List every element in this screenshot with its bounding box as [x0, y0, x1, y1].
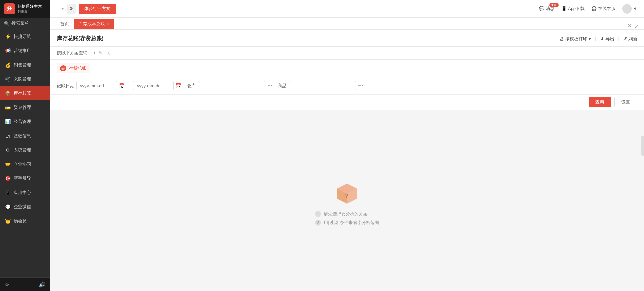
- scheme-content: 存 存货总账: [50, 60, 644, 77]
- warehouse-more-btn[interactable]: ···: [267, 82, 272, 89]
- page-title-row: 库存总账(存货总账) 🖨 按模板打印 ▾ | ⬇ 导出 | ↺: [57, 35, 637, 42]
- finance-label: 资金管理: [14, 104, 31, 111]
- footer-settings-icon[interactable]: ⚙: [5, 281, 9, 288]
- appcenter-label: 应用中心: [14, 190, 31, 196]
- sidebar-item-inventory[interactable]: 📦 库存核算: [0, 86, 50, 100]
- right-panel-indicator[interactable]: [641, 136, 644, 156]
- tab-home[interactable]: 首页: [55, 19, 74, 29]
- operations-label: 经营管理: [14, 119, 31, 125]
- scheme-add-btn[interactable]: +: [93, 50, 96, 56]
- export-btn[interactable]: ⬇ 导出: [600, 36, 614, 42]
- sidebar-item-marketing[interactable]: 📢 营销推广: [0, 44, 50, 58]
- quick-nav-label: 快捷导航: [14, 33, 31, 40]
- product-input[interactable]: [289, 81, 356, 90]
- message-icon: 💬: [539, 6, 544, 11]
- warehouse-input[interactable]: [198, 81, 265, 90]
- panel-close-btn[interactable]: ×: [628, 22, 631, 29]
- quick-nav-icon: ⚡: [5, 33, 11, 40]
- refresh-btn[interactable]: ↺ 刷新: [623, 36, 637, 42]
- query-btn[interactable]: 查询: [589, 97, 611, 107]
- date-start-input[interactable]: [76, 81, 117, 90]
- tab-close-btn[interactable]: ×: [107, 22, 109, 26]
- sidebar-item-quick-nav[interactable]: ⚡ 快捷导航: [0, 29, 50, 44]
- scheme-edit-btn[interactable]: ✎: [99, 50, 103, 56]
- sidebar-item-sales[interactable]: 💰 销售管理: [0, 58, 50, 72]
- scheme-item-label: 存货总账: [69, 65, 86, 71]
- print-chevron-icon: ▾: [589, 36, 591, 41]
- empty-step-1: 1 请先选择要分析的方案: [315, 211, 379, 217]
- empty-illustration: ? 1 请先选择要分析的方案 2 用[过滤]条件来缩小分析范围: [315, 175, 379, 226]
- inventory-icon: 📦: [5, 90, 11, 96]
- sidebar-item-member[interactable]: 👑 畅会员: [0, 214, 50, 228]
- avatar: [622, 4, 632, 14]
- sales-icon: 💰: [5, 62, 11, 68]
- sidebar-item-operations[interactable]: 📊 经营管理: [0, 115, 50, 129]
- settings-btn[interactable]: 设置: [614, 97, 637, 107]
- basic-icon: 🗂: [5, 133, 11, 139]
- sidebar-nav: ⚡ 快捷导航 📢 营销推广 💰 销售管理 🛒 采购管理 📦 库存核算 💳 资金管…: [0, 29, 50, 277]
- svg-text:?: ?: [345, 193, 349, 199]
- tab-inventory-cost-label: 库存成本总账: [78, 21, 105, 27]
- empty-state: ? 1 请先选择要分析的方案 2 用[过滤]条件来缩小分析范围: [50, 110, 644, 291]
- wechat-label: 企业微信: [14, 204, 31, 210]
- empty-steps: 1 请先选择要分析的方案 2 用[过滤]条件来缩小分析范围: [315, 211, 379, 226]
- product-group: 商品 ···: [278, 81, 363, 90]
- logo-icon: 好: [4, 3, 15, 14]
- finance-icon: 💳: [5, 104, 11, 111]
- basic-label: 基础信息: [14, 133, 31, 139]
- expand-icon[interactable]: ⤢: [634, 23, 639, 29]
- guide-icon: 🎯: [5, 175, 11, 181]
- app-download-btn[interactable]: 📱 App下载: [561, 6, 585, 12]
- step-2-text: 用[过滤]条件来缩小分析范围: [324, 220, 379, 226]
- member-label: 畅会员: [14, 218, 27, 224]
- topbar-right: 💬 消息 99+ 📱 App下载 🎧 在线客服 Rit: [539, 4, 639, 14]
- sidebar-item-system[interactable]: ⚙ 系统管理: [0, 143, 50, 157]
- enterprise-icon: 🤝: [5, 161, 11, 167]
- marketing-icon: 📢: [5, 48, 11, 54]
- sidebar-item-basic[interactable]: 🗂 基础信息: [0, 129, 50, 143]
- chevron-down-icon[interactable]: ▾: [61, 6, 64, 11]
- page-title: 库存总账(存货总账): [57, 35, 104, 42]
- operations-icon: 📊: [5, 119, 11, 125]
- step-1-num: 1: [315, 211, 321, 217]
- product-label: 商品: [278, 83, 287, 89]
- tabbar: 首页 库存成本总账 × × ⤢: [50, 18, 644, 30]
- headset-icon: 🎧: [591, 6, 597, 11]
- sidebar-item-enterprise[interactable]: 🤝 企业协同: [0, 157, 50, 171]
- empty-box-icon: ?: [330, 175, 364, 205]
- filter-schemes: + ✎ 《: [93, 50, 110, 56]
- topbar-left: ··· ▾ ⚙ 体验行业方案: [55, 4, 539, 14]
- calendar-start-icon[interactable]: 📅: [119, 83, 125, 89]
- online-service-btn[interactable]: 🎧 在线客服: [591, 6, 616, 12]
- app-logo: 好 畅捷通好生意 标准版: [0, 0, 50, 18]
- print-icon: 🖨: [560, 36, 564, 41]
- sidebar-item-wechat[interactable]: 💬 企业微信: [0, 200, 50, 214]
- filter-row: 按以下方案查询 + ✎ 《: [50, 47, 644, 60]
- main-content: ··· ▾ ⚙ 体验行业方案 💬 消息 99+ 📱 App下载 🎧 在线客服 R: [50, 0, 644, 291]
- tab-inventory-cost[interactable]: 库存成本总账 ×: [74, 19, 114, 29]
- account-date-label: 记账日期: [57, 83, 74, 89]
- system-icon: ⚙: [5, 147, 11, 153]
- messages-btn[interactable]: 💬 消息 99+: [539, 6, 554, 12]
- product-more-btn[interactable]: ···: [358, 82, 363, 89]
- purchase-icon: 🛒: [5, 76, 11, 82]
- scheme-item-icon: 存: [60, 65, 66, 71]
- sidebar-item-purchase[interactable]: 🛒 采购管理: [0, 72, 50, 86]
- footer-audio-icon[interactable]: 🔊: [39, 281, 45, 288]
- page-actions: 🖨 按模板打印 ▾ | ⬇ 导出 | ↺ 刷新: [560, 36, 637, 42]
- sidebar-search[interactable]: 🔍 搜索菜单: [0, 18, 50, 29]
- sidebar-item-guide[interactable]: 🎯 新手引导: [0, 171, 50, 186]
- topbar-gear-icon[interactable]: ⚙: [67, 4, 76, 14]
- sidebar-item-appcenter[interactable]: 📱 应用中心: [0, 186, 50, 200]
- print-btn[interactable]: 🖨 按模板打印 ▾: [560, 36, 591, 42]
- calendar-end-icon[interactable]: 📅: [176, 83, 181, 89]
- sales-label: 销售管理: [14, 62, 31, 68]
- scheme-collapse-btn[interactable]: 《: [105, 50, 110, 56]
- scheme-item[interactable]: 存 存货总账: [57, 63, 90, 73]
- sidebar-item-finance[interactable]: 💳 资金管理: [0, 100, 50, 115]
- account-date-group: 记账日期 📅 — 📅: [57, 81, 181, 90]
- scheme-btn[interactable]: 体验行业方案: [79, 4, 116, 14]
- user-profile[interactable]: Rit: [622, 4, 639, 14]
- warehouse-group: 仓库 ···: [187, 81, 272, 90]
- date-end-input[interactable]: [133, 81, 174, 90]
